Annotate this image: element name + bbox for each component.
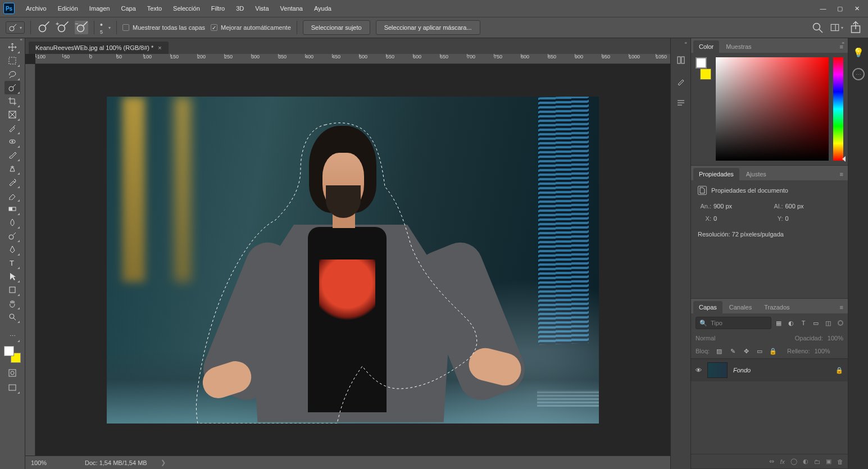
path-select-tool[interactable]: [4, 270, 20, 283]
edit-toolbar-icon[interactable]: ⋯: [4, 329, 20, 343]
menu-texto[interactable]: Texto: [142, 2, 167, 15]
paragraph-panel-icon[interactable]: [676, 98, 686, 109]
cloud-docs-icon[interactable]: ⋯: [852, 68, 865, 80]
collapse-handle-icon[interactable]: «: [685, 40, 687, 45]
layer-name[interactable]: Fondo: [733, 367, 751, 374]
tab-adjustments[interactable]: Ajustes: [740, 168, 772, 180]
menu-capa[interactable]: Capa: [115, 2, 141, 15]
lock-pixels-icon[interactable]: ✎: [728, 346, 738, 356]
hand-tool[interactable]: [4, 297, 20, 310]
layer-filter-type[interactable]: 🔍 Tipo: [696, 317, 771, 329]
quick-mask-icon[interactable]: [4, 366, 20, 380]
close-tab-icon[interactable]: ×: [158, 44, 161, 51]
quick-selection-tool[interactable]: [4, 81, 20, 94]
foreground-color-swatch[interactable]: [4, 346, 14, 356]
color-fg-bg-swatches[interactable]: [696, 57, 711, 80]
lock-all-icon[interactable]: 🔒: [768, 346, 778, 356]
doc-size-info[interactable]: Doc: 1,54 MB/1,54 MB: [85, 459, 147, 466]
layer-row[interactable]: 👁 Fondo 🔒: [691, 358, 848, 381]
status-caret-icon[interactable]: ❯: [161, 459, 166, 466]
tab-properties[interactable]: Propiedades: [693, 168, 739, 180]
marquee-tool[interactable]: [4, 54, 20, 67]
menu-imagen[interactable]: Imagen: [84, 2, 116, 15]
frame-tool[interactable]: [4, 108, 20, 121]
canvas-viewport[interactable]: [35, 64, 670, 456]
search-icon[interactable]: [811, 21, 824, 34]
menu-filtro[interactable]: Filtro: [206, 2, 230, 15]
history-brush-tool[interactable]: [4, 175, 20, 189]
color-saturation-picker[interactable]: [716, 57, 829, 161]
group-layers-icon[interactable]: 🗀: [814, 458, 820, 465]
menu-vista[interactable]: Vista: [249, 2, 274, 15]
window-minimize[interactable]: —: [815, 3, 831, 14]
menu-3d[interactable]: 3D: [230, 2, 249, 15]
lock-position-icon[interactable]: ✥: [741, 346, 751, 356]
panel-menu-icon[interactable]: ≡: [835, 169, 848, 180]
opacity-value[interactable]: 100%: [828, 335, 843, 341]
delete-layer-icon[interactable]: 🗑: [837, 458, 843, 465]
type-tool[interactable]: T: [4, 256, 20, 270]
menu-archivo[interactable]: Archivo: [20, 2, 52, 15]
panel-menu-icon[interactable]: ≡: [835, 302, 848, 313]
brush-tool[interactable]: [4, 148, 20, 162]
lock-transparency-icon[interactable]: ▨: [714, 346, 724, 356]
zoom-tool[interactable]: [4, 310, 20, 324]
menu-edición[interactable]: Edición: [52, 2, 84, 15]
quick-select-add-icon[interactable]: [37, 21, 50, 34]
menu-ayuda[interactable]: Ayuda: [308, 2, 337, 15]
filter-smart-icon[interactable]: ◫: [823, 318, 833, 328]
share-icon[interactable]: [849, 21, 862, 34]
crop-tool[interactable]: [4, 94, 20, 108]
select-and-mask-button[interactable]: Seleccionar y aplicar máscara...: [376, 20, 480, 35]
brushes-panel-icon[interactable]: [676, 76, 686, 88]
blur-tool[interactable]: [4, 216, 20, 229]
panels-toggle-icon[interactable]: ▾: [830, 21, 843, 34]
link-layers-icon[interactable]: ⇔: [769, 458, 774, 465]
layer-thumbnail[interactable]: [707, 362, 728, 378]
dodge-tool[interactable]: [4, 229, 20, 243]
auto-enhance-checkbox[interactable]: Mejorar automáticamente: [211, 24, 291, 31]
tab-swatches[interactable]: Muestras: [720, 40, 757, 53]
eyedropper-tool[interactable]: [4, 121, 20, 135]
tab-layers[interactable]: Capas: [693, 301, 722, 313]
filter-toggle-icon[interactable]: [838, 320, 843, 326]
quick-select-new-icon[interactable]: +: [56, 21, 69, 34]
quick-select-subtract-icon[interactable]: −: [75, 21, 88, 34]
filter-shape-icon[interactable]: ▭: [811, 318, 821, 328]
lock-artboard-icon[interactable]: ▭: [755, 346, 765, 356]
shape-tool[interactable]: [4, 283, 20, 297]
filter-adjust-icon[interactable]: ◐: [786, 318, 796, 328]
gradient-tool[interactable]: [4, 202, 20, 216]
screen-mode-icon[interactable]: [4, 381, 20, 394]
learn-icon[interactable]: 💡: [853, 47, 864, 58]
color-hue-slider[interactable]: [833, 57, 843, 161]
menu-ventana[interactable]: Ventana: [275, 2, 308, 15]
new-layer-icon[interactable]: ▣: [826, 458, 831, 465]
fill-value[interactable]: 100%: [814, 348, 830, 354]
layer-visibility-icon[interactable]: 👁: [696, 367, 702, 374]
pen-tool[interactable]: [4, 243, 20, 256]
filter-type-icon[interactable]: T: [798, 318, 808, 328]
select-subject-button[interactable]: Seleccionar sujeto: [303, 20, 370, 35]
menu-selección[interactable]: Selección: [167, 2, 206, 15]
ruler-horizontal[interactable]: -100-50050100150200250300350400450500550…: [35, 54, 670, 64]
spot-heal-tool[interactable]: [4, 135, 20, 148]
brush-size-picker[interactable]: • 5: [100, 20, 103, 35]
layer-mask-icon[interactable]: ◯: [790, 458, 797, 465]
adjustment-layer-icon[interactable]: ◐: [803, 458, 808, 465]
sample-all-layers-checkbox[interactable]: Muestrear todas las capas: [122, 24, 205, 31]
collapse-handle-icon[interactable]: »: [842, 40, 844, 45]
clone-stamp-tool[interactable]: [4, 162, 20, 175]
lasso-tool[interactable]: [4, 67, 20, 81]
filter-pixel-icon[interactable]: ▦: [774, 318, 784, 328]
zoom-level[interactable]: 100%: [31, 459, 71, 466]
blend-mode-select[interactable]: Normal: [696, 335, 715, 341]
window-close[interactable]: ✕: [849, 3, 865, 14]
foreground-background-colors[interactable]: [4, 346, 21, 363]
current-tool-chip[interactable]: ▾: [6, 21, 25, 34]
layer-locked-icon[interactable]: 🔒: [835, 367, 843, 374]
tab-channels[interactable]: Canales: [724, 301, 757, 313]
history-panel-icon[interactable]: [676, 55, 686, 66]
tab-color[interactable]: Color: [693, 40, 719, 53]
ruler-vertical[interactable]: [25, 64, 35, 456]
